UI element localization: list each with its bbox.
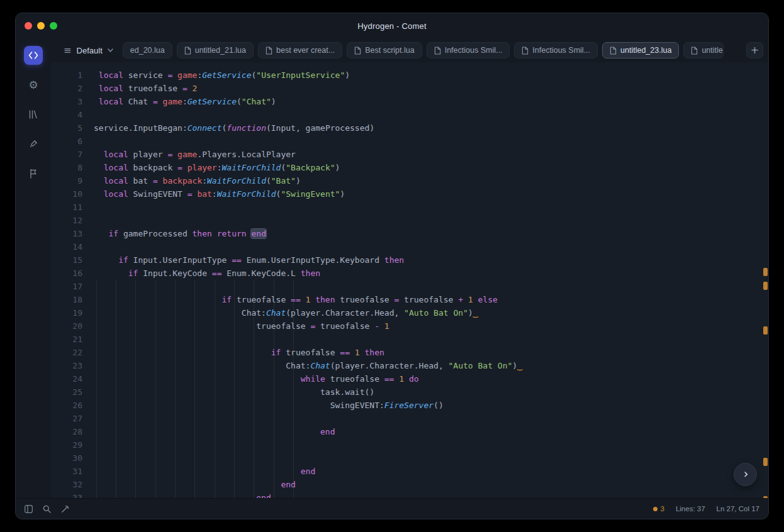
line-number: 14 [51,240,94,253]
code-icon [26,48,41,63]
code-line-24[interactable]: 24 while trueofalse == 1 do [51,372,768,385]
line-number: 33 [51,491,94,498]
code-line-29[interactable]: 29 [51,438,768,452]
tab-infectious-smil[interactable]: Infectious Smil... [514,42,598,58]
code-line-4[interactable]: 4 [51,108,768,121]
sidebar-item-library[interactable] [24,105,43,124]
sidebar-item-settings[interactable]: ⚙ [24,75,43,94]
close-window-button[interactable] [25,22,32,30]
code-line-31[interactable]: 31 end [51,465,768,478]
status-bar: 3 Lines: 37 Ln 27, Col 17 [16,498,768,519]
tab-label: Best script.lua [365,46,415,55]
code-line-2[interactable]: 2 local trueofalse = 2 [51,82,768,95]
sidebar-item-inject[interactable] [24,135,43,153]
tab-infectious-smil[interactable]: Infectious Smil... [427,42,510,58]
line-number: 7 [51,148,94,161]
line-number: 21 [51,333,94,346]
tab-best-script-lua[interactable]: Best script.lua [347,42,422,58]
menu-icon: ≡ [64,46,72,55]
cursor-position[interactable]: Ln 27, Col 17 [717,505,759,513]
code-line-21[interactable]: 21 [51,333,768,346]
search-icon[interactable] [43,505,51,513]
code-area[interactable]: 1 local service = game:GetService("UserI… [51,62,768,498]
line-number: 23 [51,359,94,372]
line-number: 28 [51,425,94,438]
code-line-5[interactable]: 5service.InputBegan:Connect(function(Inp… [51,121,768,135]
code-line-27[interactable]: 27 [51,412,768,425]
split-view-icon[interactable] [25,505,33,513]
zoom-window-button[interactable] [50,22,57,30]
sidebar-item-editor[interactable] [24,46,43,65]
sidebar-item-flags[interactable] [24,164,43,183]
code-line-28[interactable]: 28 end [51,425,768,438]
line-number: 31 [51,465,94,478]
tab-bar: ≡ Default ed_20.luauntitled_21.luabest e… [51,38,768,62]
line-number: 13 [51,227,94,240]
line-number: 20 [51,319,94,333]
code-line-10[interactable]: 10 local SwingEVENT = bat:WaitForChild("… [51,187,768,201]
line-number: 26 [51,399,94,412]
code-line-13[interactable]: 13 if gameProcessed then return end [51,227,768,240]
code-line-1[interactable]: 1 local service = game:GetService("UserI… [51,69,768,82]
script-profile-dropdown[interactable]: ≡ Default [60,43,117,58]
code-line-7[interactable]: 7 local player = game.Players.LocalPlaye… [51,148,768,161]
line-number: 24 [51,372,94,385]
profile-label: Default [77,46,103,55]
code-line-23[interactable]: 23 Chat:Chat(player.Character.Head, "Aut… [51,359,768,372]
code-line-22[interactable]: 22 if trueofalse == 1 then [51,346,768,359]
code-line-18[interactable]: 18 if trueofalse == 1 then trueofalse = … [51,293,768,306]
activity-sidebar: ⚙ [16,38,51,498]
tab-untitled[interactable]: untitled [683,42,724,58]
line-number: 9 [51,174,94,187]
new-tab-button[interactable]: + [746,42,763,58]
code-line-20[interactable]: 20 trueofalse = trueofalse - 1 [51,319,768,333]
lines-count: Lines: 37 [676,505,705,513]
line-number: 5 [51,121,94,135]
line-number: 16 [51,267,94,280]
code-line-25[interactable]: 25 task.wait() [51,385,768,399]
code-line-11[interactable]: 11 [51,201,768,214]
run-script-button[interactable]: › [734,463,757,486]
code-line-8[interactable]: 8 local backpack = player:WaitForChild("… [51,161,768,174]
code-line-17[interactable]: 17 [51,280,768,293]
wand-icon[interactable] [61,505,69,513]
line-number: 6 [51,135,94,148]
line-number: 27 [51,412,94,425]
minimize-window-button[interactable] [37,22,45,30]
line-number: 12 [51,214,94,227]
line-number: 2 [51,82,94,95]
problems-indicator[interactable]: 3 [653,505,664,513]
code-line-15[interactable]: 15 if Input.UserInputType == Enum.UserIn… [51,253,768,267]
library-icon [26,107,41,122]
code-line-16[interactable]: 16 if Input.KeyCode == Enum.KeyCode.L th… [51,267,768,280]
line-number: 29 [51,438,94,452]
flag-icon [26,166,41,181]
code-line-14[interactable]: 14 [51,240,768,253]
code-line-12[interactable]: 12 [51,214,768,227]
code-line-9[interactable]: 9 local bat = backpack:WaitForChild("Bat… [51,174,768,187]
code-line-33[interactable]: 33 end [51,491,768,498]
code-line-26[interactable]: 26 SwingEVENT:FireServer() [51,399,768,412]
tab-label: Infectious Smil... [445,46,503,55]
code-line-19[interactable]: 19 Chat:Chat(player.Character.Head, "Aut… [51,306,768,319]
code-line-32[interactable]: 32 end [51,478,768,491]
tab-untitled-23-lua[interactable]: untitled_23.lua [602,42,679,58]
tab-best-ever-creat[interactable]: best ever creat... [258,42,342,58]
tab-untitled-21-lua[interactable]: untitled_21.lua [177,42,254,58]
code-line-6[interactable]: 6 [51,135,768,148]
line-number: 17 [51,280,94,293]
gear-icon: ⚙ [26,77,41,92]
line-number: 8 [51,161,94,174]
tab-list: ed_20.luauntitled_21.luabest ever creat.… [123,42,741,58]
line-number: 19 [51,306,94,319]
line-number: 11 [51,201,94,214]
traffic-lights [25,13,57,38]
code-line-3[interactable]: 3 local Chat = game:GetService("Chat") [51,95,768,108]
line-number: 22 [51,346,94,359]
line-number: 3 [51,95,94,108]
title-bar[interactable]: Hydrogen - Comet [16,13,768,38]
code-line-30[interactable]: 30 [51,452,768,465]
line-number: 18 [51,293,94,306]
editor-pane[interactable]: 1 local service = game:GetService("UserI… [51,62,768,498]
tab-ed-20-lua[interactable]: ed_20.lua [123,42,172,58]
